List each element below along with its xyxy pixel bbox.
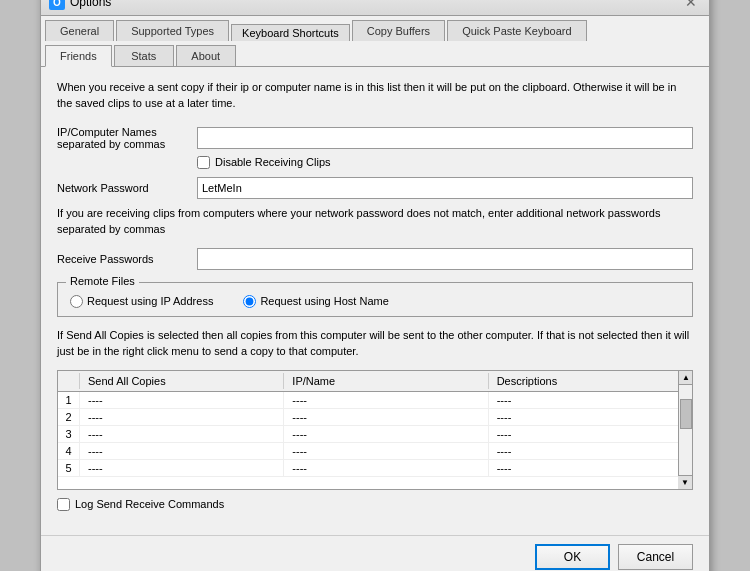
friends-description: When you receive a sent copy if their ip…	[57, 79, 693, 112]
td-num-2: 3	[58, 426, 80, 442]
table-header: Send All Copies IP/Name Descriptions	[58, 371, 692, 392]
ip-names-label: IP/Computer Names separated by commas	[57, 126, 197, 150]
scrollbar-thumb[interactable]	[680, 399, 692, 429]
td-send-1: ----	[80, 409, 284, 425]
scrollbar-up-arrow[interactable]: ▲	[679, 371, 693, 385]
td-desc-4: ----	[489, 460, 692, 476]
th-descriptions: Descriptions	[489, 373, 692, 389]
log-checkbox[interactable]	[57, 498, 70, 511]
receive-passwords-row: Receive Passwords	[57, 248, 693, 270]
tab-keyboard-shortcuts[interactable]: Keyboard Shortcuts	[231, 24, 350, 41]
td-desc-1: ----	[489, 409, 692, 425]
main-content: When you receive a sent copy if their ip…	[41, 67, 709, 531]
tab-copy-buffers[interactable]: Copy Buffers	[352, 20, 445, 41]
close-button[interactable]: ✕	[681, 0, 701, 12]
radio-row: Request using IP Address Request using H…	[70, 291, 680, 308]
td-ip-1: ----	[284, 409, 488, 425]
log-row: Log Send Receive Commands	[57, 498, 693, 511]
options-window: O Options ✕ General Supported Types Keyb…	[40, 0, 710, 571]
tabs-row-1: General Supported Types Keyboard Shortcu…	[41, 16, 709, 41]
table-row[interactable]: 2 ---- ---- ----	[58, 409, 692, 426]
radio-ip-label: Request using IP Address	[87, 295, 213, 307]
td-num-3: 4	[58, 443, 80, 459]
tabs-container: General Supported Types Keyboard Shortcu…	[41, 16, 709, 67]
app-icon: O	[49, 0, 65, 10]
network-description: If you are receiving clips from computer…	[57, 205, 693, 238]
td-ip-3: ----	[284, 443, 488, 459]
tab-about[interactable]: About	[176, 45, 236, 66]
th-num	[58, 373, 80, 389]
tab-general[interactable]: General	[45, 20, 114, 41]
copies-table: Send All Copies IP/Name Descriptions 1 -…	[57, 370, 693, 490]
radio-host[interactable]	[243, 295, 256, 308]
td-desc-3: ----	[489, 443, 692, 459]
td-desc-2: ----	[489, 426, 692, 442]
table-row[interactable]: 1 ---- ---- ----	[58, 392, 692, 409]
cancel-button[interactable]: Cancel	[618, 544, 693, 570]
table-row[interactable]: 4 ---- ---- ----	[58, 443, 692, 460]
ip-names-row: IP/Computer Names separated by commas	[57, 126, 693, 150]
td-num-4: 5	[58, 460, 80, 476]
td-ip-2: ----	[284, 426, 488, 442]
network-password-label: Network Password	[57, 182, 197, 194]
td-send-4: ----	[80, 460, 284, 476]
title-bar-left: O Options	[49, 0, 111, 10]
table-row[interactable]: 3 ---- ---- ----	[58, 426, 692, 443]
table-body: 1 ---- ---- ---- 2 ---- ---- ---- 3 ----…	[58, 392, 692, 477]
table-row[interactable]: 5 ---- ---- ----	[58, 460, 692, 477]
td-ip-0: ----	[284, 392, 488, 408]
ok-button[interactable]: OK	[535, 544, 610, 570]
disable-clips-checkbox[interactable]	[197, 156, 210, 169]
ip-names-input[interactable]	[197, 127, 693, 149]
radio-ip[interactable]	[70, 295, 83, 308]
scrollbar-down-arrow[interactable]: ▼	[678, 475, 692, 489]
tabs-row-2: Friends Stats About	[41, 41, 709, 66]
footer: OK Cancel	[41, 535, 709, 572]
receive-passwords-label: Receive Passwords	[57, 253, 197, 265]
td-send-3: ----	[80, 443, 284, 459]
scrollbar[interactable]: ▲ ▼	[678, 371, 692, 489]
tab-stats[interactable]: Stats	[114, 45, 174, 66]
tab-quick-paste[interactable]: Quick Paste Keyboard	[447, 20, 586, 41]
radio-ip-item[interactable]: Request using IP Address	[70, 295, 213, 308]
radio-host-item[interactable]: Request using Host Name	[243, 295, 388, 308]
td-num-0: 1	[58, 392, 80, 408]
tab-friends[interactable]: Friends	[45, 45, 112, 67]
td-send-0: ----	[80, 392, 284, 408]
window-title: Options	[70, 0, 111, 9]
td-ip-4: ----	[284, 460, 488, 476]
receive-passwords-input[interactable]	[197, 248, 693, 270]
radio-host-label: Request using Host Name	[260, 295, 388, 307]
tab-supported-types[interactable]: Supported Types	[116, 20, 229, 41]
td-desc-0: ----	[489, 392, 692, 408]
remote-files-legend: Remote Files	[66, 275, 139, 287]
disable-clips-row: Disable Receiving Clips	[197, 156, 693, 169]
send-description: If Send All Copies is selected then all …	[57, 327, 693, 360]
network-password-row: Network Password	[57, 177, 693, 199]
td-num-1: 2	[58, 409, 80, 425]
title-bar: O Options ✕	[41, 0, 709, 16]
remote-files-group: Remote Files Request using IP Address Re…	[57, 282, 693, 317]
th-ip-name: IP/Name	[284, 373, 488, 389]
disable-clips-label: Disable Receiving Clips	[215, 156, 331, 168]
td-send-2: ----	[80, 426, 284, 442]
network-password-input[interactable]	[197, 177, 693, 199]
log-label: Log Send Receive Commands	[75, 498, 224, 510]
th-send-all: Send All Copies	[80, 373, 284, 389]
